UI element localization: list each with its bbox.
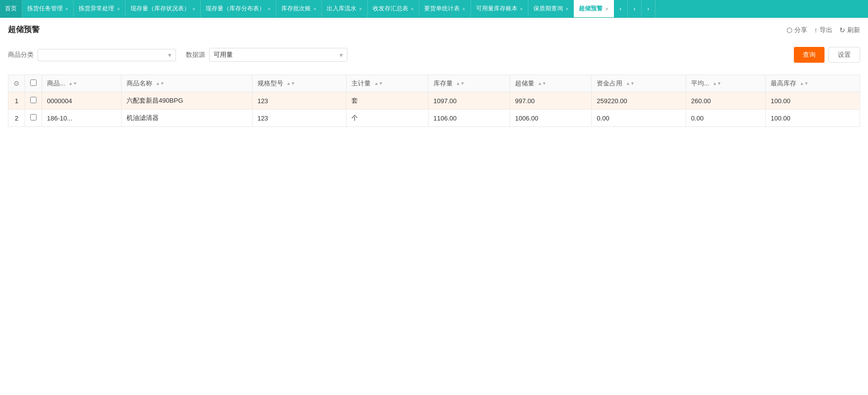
nav-close-10[interactable]: × [565, 6, 568, 12]
category-dropdown-icon: ▾ [168, 51, 172, 59]
nav-prev-arrow[interactable]: ‹ [614, 0, 628, 18]
sort-icon-unit: ▲▼ [374, 81, 383, 86]
nav-item-3[interactable]: 现存量（库存状况表） × [126, 0, 201, 18]
nav-close-9[interactable]: × [520, 6, 523, 12]
row-product-name-0: 六配套新昌490BPG [122, 92, 253, 110]
datasource-dropdown-icon: ▾ [340, 51, 343, 59]
filter-datasource-group: 数据源 可用量 ▾ [186, 48, 347, 62]
filter-category-group: 商品分类 ▾ [8, 49, 176, 61]
th-unit-label: 主计量 [351, 79, 371, 87]
nav-item-9[interactable]: 可用量库存账本 × [471, 0, 528, 18]
data-table: ⚙ 商品... ▲▼ 商品名称 ▲▼ 规格型号 ▲▼ 主计 [8, 75, 860, 127]
th-stock[interactable]: 库存量 ▲▼ [428, 75, 510, 92]
sort-icon-spec: ▲▼ [286, 81, 295, 86]
query-button[interactable]: 查询 [794, 47, 825, 63]
nav-item-active[interactable]: 超储预警 × [574, 0, 613, 18]
refresh-button[interactable]: ↻ 刷新 [839, 26, 860, 35]
nav-close-6[interactable]: × [359, 6, 362, 12]
row-checkbox-1[interactable] [30, 114, 37, 120]
table-row: 1 0000004 六配套新昌490BPG 123 套 1097.00 997.… [8, 92, 860, 110]
row-unit-0: 套 [347, 92, 428, 110]
share-button[interactable]: ⬡ 分享 [786, 26, 807, 35]
th-product-name-label: 商品名称 [127, 79, 152, 87]
row-checkbox-0[interactable] [30, 97, 37, 103]
nav-close-active[interactable]: × [605, 6, 608, 12]
sort-icon-product-name: ▲▼ [156, 81, 165, 86]
top-navigation: 首页 拣货任务管理 × 拣货异常处理 × 现存量（库存状况表） × 现存量（库存… [0, 0, 868, 18]
nav-label-2: 拣货异常处理 [79, 4, 114, 13]
nav-label-5: 库存批次账 [281, 4, 311, 13]
nav-close-2[interactable]: × [117, 6, 120, 12]
datasource-select[interactable]: 可用量 ▾ [209, 48, 347, 62]
row-stock-1: 1106.00 [428, 110, 510, 127]
th-capital-used-label: 资金占用 [597, 79, 622, 87]
nav-close-8[interactable]: × [462, 6, 465, 12]
nav-next-arrow[interactable]: › [628, 0, 642, 18]
sort-icon-capital: ▲▼ [626, 81, 635, 86]
row-product-code-1: 186-10... [42, 110, 122, 127]
refresh-label: 刷新 [847, 26, 860, 35]
nav-label-8: 要货单统计表 [424, 4, 460, 13]
select-all-checkbox[interactable] [30, 79, 37, 86]
nav-close-7[interactable]: × [411, 6, 414, 12]
row-checkbox-cell-1[interactable] [25, 110, 42, 127]
th-checkbox[interactable] [25, 75, 42, 92]
nav-item-home[interactable]: 首页 [0, 0, 22, 18]
nav-close-3[interactable]: × [192, 6, 195, 12]
sort-icon-stock: ▲▼ [456, 81, 465, 86]
nav-item-1[interactable]: 拣货任务管理 × [22, 0, 74, 18]
nav-item-7[interactable]: 收发存汇总表 × [368, 0, 419, 18]
datasource-value: 可用量 [214, 50, 233, 59]
category-label: 商品分类 [8, 50, 34, 59]
nav-item-10[interactable]: 保质期查询 × [528, 0, 574, 18]
th-max-stock-label: 最高库存 [771, 79, 796, 87]
th-product-code[interactable]: 商品... ▲▼ [42, 75, 122, 92]
settings-gear-icon[interactable]: ⚙ [13, 79, 20, 87]
row-overstock-1: 1006.00 [510, 110, 592, 127]
th-unit[interactable]: 主计量 ▲▼ [347, 75, 428, 92]
page-title: 超储预警 [8, 25, 40, 35]
row-stock-0: 1097.00 [428, 92, 510, 110]
nav-label-active: 超储预警 [579, 4, 603, 13]
th-overstock[interactable]: 超储量 ▲▼ [510, 75, 592, 92]
row-unit-1: 个 [347, 110, 428, 127]
settings-button[interactable]: 设置 [828, 47, 860, 63]
table-row: 2 186-10... 机油滤清器 123 个 1106.00 1006.00 … [8, 110, 860, 127]
nav-close-1[interactable]: × [65, 6, 68, 12]
export-label: 导出 [820, 26, 832, 35]
nav-item-4[interactable]: 现存量（库存分布表） × [201, 0, 276, 18]
row-avg-1: 0.00 [686, 110, 766, 127]
th-capital-used[interactable]: 资金占用 ▲▼ [592, 75, 686, 92]
nav-label-home: 首页 [5, 4, 17, 13]
export-icon: ↑ [814, 26, 818, 34]
nav-label-9: 可用量库存账本 [476, 4, 518, 13]
nav-item-8[interactable]: 要货单统计表 × [419, 0, 471, 18]
row-spec-1: 123 [252, 110, 347, 127]
row-capital-1: 0.00 [592, 110, 686, 127]
nav-more-arrow[interactable]: › [642, 0, 655, 18]
nav-close-4[interactable]: × [267, 6, 270, 12]
nav-item-5[interactable]: 库存批次账 × [276, 0, 322, 18]
th-max-stock[interactable]: 最高库存 ▲▼ [766, 75, 860, 92]
th-avg-label: 平均... [691, 79, 709, 87]
row-max-stock-0: 100.00 [766, 92, 860, 110]
export-button[interactable]: ↑ 导出 [814, 26, 832, 35]
th-overstock-label: 超储量 [515, 79, 534, 87]
refresh-icon: ↻ [839, 26, 845, 34]
th-spec-label: 规格型号 [258, 79, 283, 87]
category-select[interactable]: ▾ [38, 49, 176, 61]
th-spec[interactable]: 规格型号 ▲▼ [252, 75, 347, 92]
nav-close-5[interactable]: × [313, 6, 316, 12]
th-product-name[interactable]: 商品名称 ▲▼ [122, 75, 253, 92]
nav-item-2[interactable]: 拣货异常处理 × [74, 0, 125, 18]
page-content: 超储预警 ⬡ 分享 ↑ 导出 ↻ 刷新 商品分类 ▾ 数据源 [0, 18, 868, 395]
filter-row: 商品分类 ▾ 数据源 可用量 ▾ 查询 设置 [8, 42, 860, 68]
nav-label-6: 出入库流水 [327, 4, 356, 13]
row-product-name-1: 机油滤清器 [122, 110, 253, 127]
row-capital-0: 259220.00 [592, 92, 686, 110]
th-settings[interactable]: ⚙ [8, 75, 25, 92]
nav-item-6[interactable]: 出入库流水 × [322, 0, 367, 18]
th-avg[interactable]: 平均... ▲▼ [686, 75, 766, 92]
row-overstock-0: 997.00 [510, 92, 592, 110]
row-checkbox-cell-0[interactable] [25, 92, 42, 110]
